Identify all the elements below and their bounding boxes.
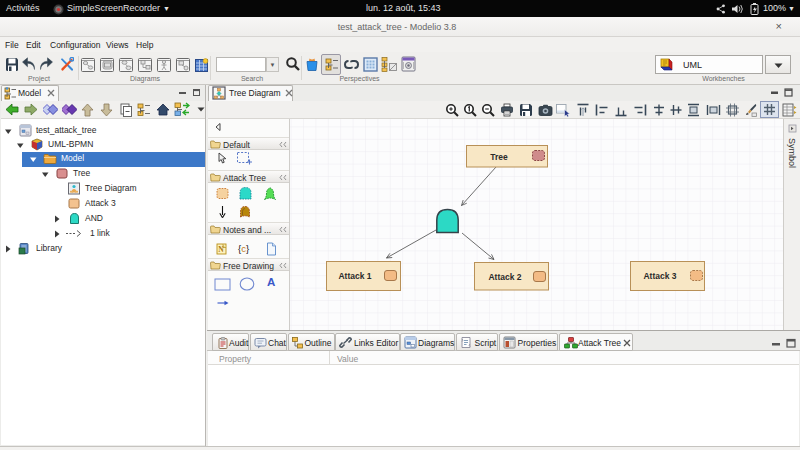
svg-text:Attack 2: Attack 2 xyxy=(488,272,521,282)
svg-text:N: N xyxy=(218,245,224,254)
svg-text:Tree: Tree xyxy=(490,152,508,162)
svg-text:Attack 1: Attack 1 xyxy=(338,271,371,281)
svg-text:Attack 3: Attack 3 xyxy=(643,271,676,281)
